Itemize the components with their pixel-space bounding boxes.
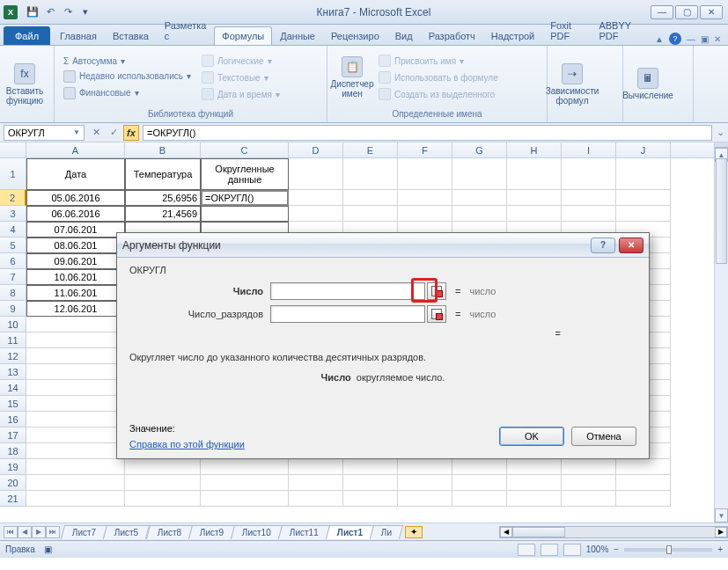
sheet-nav-next[interactable]: ▶ — [32, 526, 46, 538]
cell-E21[interactable] — [343, 491, 398, 507]
arg-number-ref-button[interactable] — [427, 282, 446, 300]
cell-F21[interactable] — [398, 491, 452, 507]
create-from-selection-button[interactable]: Создать из выделенного — [375, 86, 502, 102]
cell-H2[interactable] — [507, 190, 562, 206]
doc-minimize-icon[interactable]: — — [687, 34, 695, 44]
cell-C20[interactable] — [201, 475, 289, 491]
dialog-titlebar[interactable]: Аргументы функции ? ✕ — [117, 233, 649, 258]
cell-A11[interactable] — [26, 332, 125, 348]
cell-E19[interactable] — [343, 459, 398, 475]
row-header-21[interactable]: 21 — [0, 491, 26, 507]
row-header-12[interactable]: 12 — [0, 348, 26, 364]
cell-E3[interactable] — [343, 206, 398, 222]
cell-A1[interactable]: Дата — [26, 158, 125, 190]
cell-F19[interactable] — [398, 459, 452, 475]
cell-B3[interactable]: 21,4569 — [125, 206, 201, 222]
cell-I3[interactable] — [562, 206, 616, 222]
autosum-button[interactable]: ΣАвтосумма ▾ — [60, 55, 195, 68]
cell-A16[interactable] — [26, 412, 125, 428]
tab-разработч[interactable]: Разработч — [421, 26, 483, 45]
cell-D19[interactable] — [289, 459, 343, 475]
cell-B1[interactable]: Температура — [125, 158, 201, 190]
zoom-handle[interactable] — [666, 545, 672, 554]
tab-разметка с[interactable]: Разметка с — [157, 16, 215, 45]
name-manager-button[interactable]: 📋 Диспетчер имен — [333, 48, 371, 107]
cell-E20[interactable] — [343, 475, 398, 491]
dialog-close-button[interactable]: ✕ — [619, 238, 643, 253]
cell-J20[interactable] — [616, 475, 671, 491]
column-header-D[interactable]: D — [289, 142, 343, 157]
cell-D2[interactable] — [289, 190, 343, 206]
cell-G20[interactable] — [452, 475, 507, 491]
qat-customize-icon[interactable]: ▾ — [77, 4, 93, 20]
hscroll-thumb[interactable] — [512, 527, 565, 537]
zoom-in-icon[interactable]: + — [717, 544, 723, 554]
cell-H1[interactable] — [507, 158, 562, 190]
column-header-E[interactable]: E — [343, 142, 398, 157]
cell-I1[interactable] — [562, 158, 616, 190]
cell-C19[interactable] — [201, 459, 289, 475]
cell-A5[interactable]: 08.06.201 — [26, 238, 125, 253]
cell-H3[interactable] — [507, 206, 562, 222]
tab-формулы[interactable]: Формулы — [214, 26, 272, 45]
row-header-16[interactable]: 16 — [0, 412, 26, 428]
expand-formula-bar-icon[interactable]: ⌄ — [712, 127, 728, 138]
insert-function-button[interactable]: fx Вставить функцию — [5, 48, 44, 121]
column-header-B[interactable]: B — [125, 142, 201, 157]
sheet-tab-Лист9[interactable]: Лист9 — [188, 525, 236, 539]
tab-abbyy pdf[interactable]: ABBYY PDF — [591, 16, 648, 45]
cell-A10[interactable] — [26, 317, 125, 332]
macro-record-icon[interactable]: ▣ — [44, 544, 52, 554]
new-sheet-button[interactable]: ✦ — [405, 526, 423, 538]
sheet-nav-first[interactable]: ⏮ — [4, 526, 18, 538]
row-header-9[interactable]: 9 — [0, 301, 26, 317]
cell-E2[interactable] — [343, 190, 398, 206]
accept-formula-icon[interactable]: ✓ — [106, 125, 121, 141]
scroll-right-icon[interactable]: ▶ — [715, 527, 727, 537]
use-in-formula-button[interactable]: Использовать в формуле — [375, 69, 502, 85]
cell-C21[interactable] — [201, 491, 289, 507]
cell-G21[interactable] — [452, 491, 507, 507]
cell-F1[interactable] — [398, 158, 452, 190]
cell-I19[interactable] — [562, 459, 616, 475]
row-header-10[interactable]: 10 — [0, 317, 26, 332]
sheet-tab-Лист11[interactable]: Лист11 — [278, 525, 330, 539]
zoom-level[interactable]: 100% — [586, 544, 609, 554]
cell-A19[interactable] — [26, 459, 125, 475]
column-header-A[interactable]: A — [26, 142, 125, 157]
dialog-help-link[interactable]: Справка по этой функции — [129, 439, 245, 449]
cell-E1[interactable] — [343, 158, 398, 190]
tab-рецензиро[interactable]: Рецензиро — [323, 26, 387, 45]
sheet-tab-Лист10[interactable]: Лист10 — [231, 525, 283, 539]
cell-A12[interactable] — [26, 348, 125, 364]
cell-H20[interactable] — [507, 475, 562, 491]
cell-A6[interactable]: 09.06.201 — [26, 253, 125, 269]
cell-D3[interactable] — [289, 206, 343, 222]
save-icon[interactable]: 💾 — [25, 4, 40, 20]
cell-C1[interactable]: Округленные данные — [201, 158, 289, 190]
maximize-button[interactable]: ▢ — [675, 5, 698, 19]
cell-D20[interactable] — [289, 475, 343, 491]
split-handle[interactable] — [715, 142, 728, 148]
cell-A15[interactable] — [26, 396, 125, 412]
datetime-button[interactable]: Дата и время ▾ — [198, 86, 283, 102]
cell-B20[interactable] — [125, 475, 201, 491]
cell-A3[interactable]: 06.06.2016 — [26, 206, 125, 222]
formula-input[interactable]: =ОКРУГЛ() — [143, 125, 712, 141]
sheet-tab-Лист7[interactable]: Лист7 — [61, 525, 108, 539]
fx-button[interactable]: fx — [123, 125, 139, 141]
cell-G3[interactable] — [452, 206, 507, 222]
scroll-down-icon[interactable]: ▼ — [715, 508, 728, 522]
close-button[interactable]: ✕ — [700, 5, 723, 19]
row-header-14[interactable]: 14 — [0, 380, 26, 396]
row-header-1[interactable]: 1 — [0, 158, 26, 190]
cell-B21[interactable] — [125, 491, 201, 507]
view-normal-button[interactable] — [518, 544, 535, 556]
doc-close-icon[interactable]: ✕ — [714, 34, 721, 44]
cell-J2[interactable] — [616, 190, 671, 206]
arg-numdigits-input[interactable] — [270, 305, 425, 323]
text-button[interactable]: Текстовые ▾ — [198, 69, 283, 85]
view-pagebreak-button[interactable] — [563, 544, 581, 556]
calculation-button[interactable]: 🖩 Вычисление — [629, 48, 667, 121]
tab-надстрой[interactable]: Надстрой — [483, 26, 542, 45]
